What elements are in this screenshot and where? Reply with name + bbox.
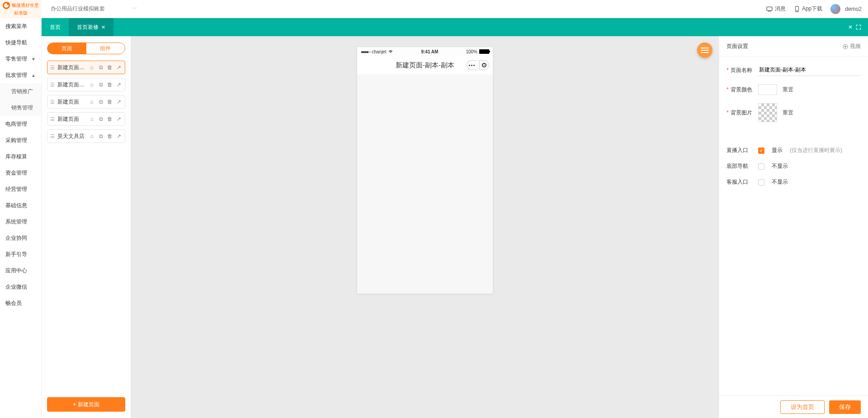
sidebar-sys[interactable]: 系统管理	[0, 214, 41, 230]
messages-link[interactable]: 消息	[766, 5, 786, 13]
sidebar-member[interactable]: 畅会员	[0, 295, 41, 311]
user-name: demo2	[845, 6, 862, 12]
delete-icon[interactable]: 🗑	[107, 99, 113, 105]
sidebar-retail[interactable]: 零售管理▼	[0, 51, 41, 67]
page-row[interactable]: ☰ 新建页面-副本-... ⌂ ⧉ 🗑 ↗	[47, 61, 125, 74]
save-button[interactable]: 保存	[829, 400, 861, 414]
battery-icon	[479, 49, 489, 54]
cs-entry-checkbox[interactable]	[758, 179, 764, 185]
sidebar-coop[interactable]: 企业协同	[0, 230, 41, 246]
segment-component[interactable]: 组件	[86, 43, 125, 54]
close-all-icon[interactable]: ✕	[845, 24, 855, 30]
sidebar-wholesale-sales[interactable]: 销售管理	[0, 100, 41, 116]
phone-preview: ●●●●○ chanjet 9:41 AM 100% 新建页面-副本-副本	[357, 47, 493, 294]
account-selector[interactable]: 办公用品行业模拟账套 ﹀	[51, 5, 137, 13]
sidebar-wechat[interactable]: 企业微信	[0, 279, 41, 295]
page-row[interactable]: ☰ 新建页面-副本 ⌂ ⧉ 🗑 ↗	[47, 78, 125, 91]
external-link-icon[interactable]: ↗	[116, 64, 122, 71]
sidebar-wholesale[interactable]: 批发管理▲	[0, 67, 41, 83]
phone-body[interactable]	[357, 74, 493, 294]
phone-title: 新建页面-副本-副本	[396, 61, 454, 70]
chat-icon	[766, 5, 773, 13]
video-help-link[interactable]: 视频	[843, 43, 861, 50]
logo-mark-icon	[3, 2, 10, 9]
brand-name: 畅捷通好生意	[12, 2, 39, 9]
segment-control: 页面 组件	[47, 43, 125, 54]
sidebar-base[interactable]: 基础信息	[0, 197, 41, 214]
home-icon[interactable]: ⌂	[89, 99, 95, 105]
home-icon[interactable]: ⌂	[89, 81, 95, 88]
delete-icon[interactable]: 🗑	[107, 116, 113, 122]
copy-icon[interactable]: ⧉	[98, 99, 104, 105]
sidebar-purchase[interactable]: 采购管理	[0, 132, 41, 148]
page-name: 昊天文具店	[57, 133, 86, 140]
bgcolor-reset[interactable]: 重置	[783, 86, 793, 94]
carrier-label: chanjet	[372, 49, 386, 54]
drag-handle-icon[interactable]: ☰	[50, 65, 55, 71]
live-entry-cb-label: 显示	[772, 147, 783, 154]
svg-rect-0	[767, 7, 772, 10]
drag-handle-icon[interactable]: ☰	[50, 133, 55, 139]
add-page-button[interactable]: + 新建页面	[47, 397, 125, 412]
delete-icon[interactable]: 🗑	[107, 81, 113, 88]
external-link-icon[interactable]: ↗	[116, 99, 122, 105]
delete-icon[interactable]: 🗑	[107, 133, 113, 139]
external-link-icon[interactable]: ↗	[116, 116, 122, 122]
mini-program-menu-icon[interactable]	[467, 60, 476, 70]
segment-page[interactable]: 页面	[47, 43, 86, 54]
copy-icon[interactable]: ⧉	[98, 81, 104, 88]
home-icon[interactable]: ⌂	[89, 116, 95, 122]
sidebar-guide[interactable]: 新手引导	[0, 246, 41, 262]
bgimg-reset[interactable]: 重置	[783, 109, 793, 117]
sidebar-biz[interactable]: 经营管理	[0, 181, 41, 197]
sidebar-appcenter[interactable]: 应用中心	[0, 262, 41, 279]
delete-icon[interactable]: 🗑	[107, 64, 113, 71]
close-icon[interactable]: ✕	[101, 24, 105, 30]
sidebar-search[interactable]: 搜索菜单	[0, 18, 41, 34]
home-icon[interactable]: ⌂	[89, 64, 95, 71]
caret-up-icon: ▲	[31, 73, 36, 78]
brand-edition: 标准版	[14, 10, 28, 16]
drag-handle-icon[interactable]: ☰	[50, 116, 55, 122]
user-menu[interactable]: demo2	[830, 4, 862, 14]
bottom-nav-checkbox[interactable]	[758, 163, 764, 170]
mini-program-close-icon[interactable]	[479, 60, 489, 70]
cs-entry-cb-label: 不显示	[772, 178, 788, 186]
app-download-link[interactable]: App下载	[794, 5, 822, 13]
settings-panel: 页面设置 视频 *页面名称 *背景颜色 重置	[719, 36, 868, 418]
signal-icon: ●●●●○	[361, 49, 370, 54]
copy-icon[interactable]: ⧉	[98, 64, 104, 71]
sidebar: 搜索菜单 快捷导航 零售管理▼ 批发管理▲ 营销推广 销售管理 电商管理 采购管…	[0, 18, 42, 418]
drag-handle-icon[interactable]: ☰	[50, 82, 55, 88]
sidebar-quick[interactable]: 快捷导航	[0, 34, 41, 51]
settings-title: 页面设置	[726, 43, 748, 50]
set-home-button[interactable]: 设为首页	[780, 400, 825, 414]
tab-home[interactable]: 首页	[42, 18, 69, 36]
page-name: 新建页面	[57, 115, 86, 123]
page-row[interactable]: ☰ 新建页面 ⌂ ⧉ 🗑 ↗	[47, 95, 125, 109]
external-link-icon[interactable]: ↗	[116, 81, 122, 88]
design-canvas: ●●●●○ chanjet 9:41 AM 100% 新建页面-副本-副本	[131, 36, 719, 418]
phone-icon	[794, 5, 800, 13]
sidebar-wholesale-marketing[interactable]: 营销推广	[0, 83, 41, 100]
copy-icon[interactable]: ⧉	[98, 133, 104, 139]
sidebar-ecom[interactable]: 电商管理	[0, 116, 41, 132]
brand-logo[interactable]: 畅捷通好生意 标准版	[0, 0, 42, 18]
component-drawer-toggle[interactable]	[697, 43, 712, 58]
bgimg-picker[interactable]	[758, 103, 777, 122]
bgcolor-picker[interactable]	[758, 84, 777, 95]
live-entry-checkbox[interactable]: ✓	[758, 147, 764, 154]
page-name-input[interactable]	[758, 64, 861, 76]
sidebar-fund[interactable]: 资金管理	[0, 165, 41, 181]
phone-time: 9:41 AM	[421, 49, 438, 54]
home-icon[interactable]: ⌂	[89, 133, 95, 139]
fullscreen-icon[interactable]	[855, 24, 865, 30]
sidebar-stock[interactable]: 库存核算	[0, 148, 41, 165]
tab-page-decoration[interactable]: 首页装修 ✕	[69, 18, 113, 36]
page-row[interactable]: ☰ 昊天文具店 ⌂ ⧉ 🗑 ↗	[47, 129, 125, 143]
cs-entry-label: 客服入口	[726, 178, 753, 186]
drag-handle-icon[interactable]: ☰	[50, 99, 55, 105]
page-row[interactable]: ☰ 新建页面 ⌂ ⧉ 🗑 ↗	[47, 112, 125, 126]
external-link-icon[interactable]: ↗	[116, 133, 122, 139]
copy-icon[interactable]: ⧉	[98, 116, 104, 122]
